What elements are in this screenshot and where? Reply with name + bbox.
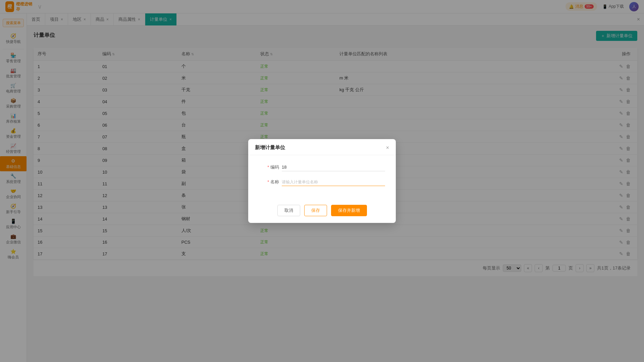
save-and-new-button[interactable]: 保存并新增 bbox=[331, 205, 367, 216]
modal-close-button[interactable]: × bbox=[386, 145, 389, 150]
modal-header: 新增计量单位 × bbox=[248, 139, 396, 155]
code-input[interactable] bbox=[282, 163, 385, 171]
name-input[interactable] bbox=[282, 178, 385, 186]
cancel-button[interactable]: 取消 bbox=[277, 205, 300, 216]
form-row-code: * 编码 bbox=[259, 163, 385, 171]
required-star-name: * bbox=[267, 179, 269, 184]
form-row-name: * 名称 bbox=[259, 178, 385, 186]
modal-body: * 编码 * 名称 bbox=[248, 155, 396, 201]
form-code-label: * 编码 bbox=[259, 164, 279, 170]
modal-title: 新增计量单位 bbox=[255, 144, 285, 151]
save-button[interactable]: 保存 bbox=[304, 205, 327, 216]
form-name-label: * 名称 bbox=[259, 179, 279, 185]
modal-overlay[interactable]: 新增计量单位 × * 编码 * 名称 取消 保存 保存并新增 bbox=[0, 0, 644, 362]
add-unit-modal: 新增计量单位 × * 编码 * 名称 取消 保存 保存并新增 bbox=[248, 139, 396, 223]
modal-footer: 取消 保存 保存并新增 bbox=[248, 201, 396, 223]
required-star-code: * bbox=[267, 165, 269, 170]
